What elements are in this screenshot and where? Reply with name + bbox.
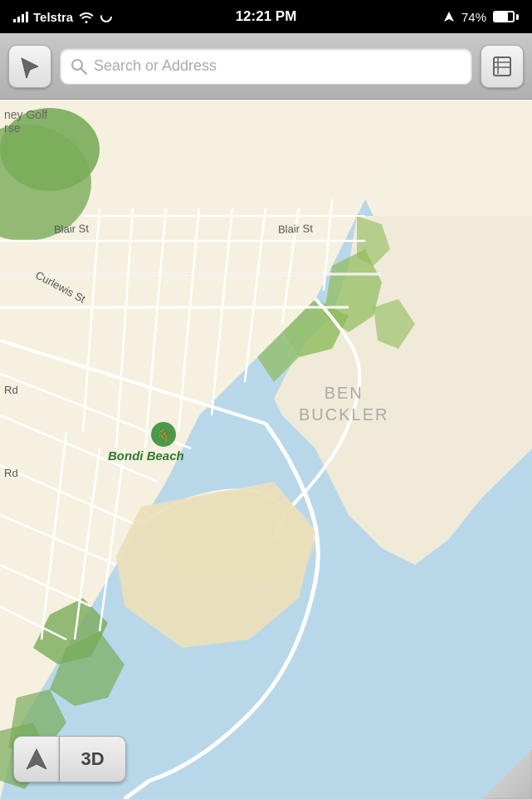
svg-point-2: [72, 60, 82, 70]
map-area[interactable]: ney Golfrse Blair St Blair St Curlewis S…: [0, 100, 532, 799]
search-icon: [71, 58, 87, 75]
threed-button[interactable]: 3D: [60, 736, 126, 782]
page-curl-icon: [482, 749, 532, 799]
gps-status-icon: [443, 11, 455, 22]
page-curl: [482, 749, 532, 799]
signal-bars-icon: [13, 11, 28, 22]
svg-point-14: [0, 108, 100, 191]
threed-label: 3D: [81, 748, 104, 770]
svg-marker-1: [444, 12, 454, 22]
wifi-icon: [78, 10, 95, 23]
svg-point-0: [101, 12, 111, 22]
bookmark-icon: [491, 56, 513, 77]
toolbar: Search or Address: [0, 33, 532, 100]
navigation-button[interactable]: [8, 45, 51, 88]
carrier-label: Telstra: [33, 10, 73, 24]
my-location-button[interactable]: [13, 736, 60, 782]
svg-marker-49: [27, 749, 46, 769]
battery-icon: [493, 11, 519, 22]
location-arrow-icon: [25, 748, 48, 771]
nav-arrow-icon: [18, 55, 41, 78]
bookmark-button[interactable]: [481, 45, 524, 88]
status-bar: Telstra 12:21 PM 74%: [0, 0, 532, 33]
time-label: 12:21 PM: [236, 8, 297, 25]
battery-percent: 74%: [461, 10, 486, 24]
map-canvas: [0, 100, 532, 799]
search-bar[interactable]: Search or Address: [60, 48, 472, 85]
search-placeholder: Search or Address: [94, 57, 461, 75]
status-right: 74%: [443, 10, 519, 24]
svg-rect-4: [494, 57, 510, 76]
status-left: Telstra: [13, 10, 113, 24]
bottom-controls: 3D: [13, 736, 126, 782]
svg-line-3: [81, 69, 86, 74]
activity-icon: [100, 10, 113, 23]
